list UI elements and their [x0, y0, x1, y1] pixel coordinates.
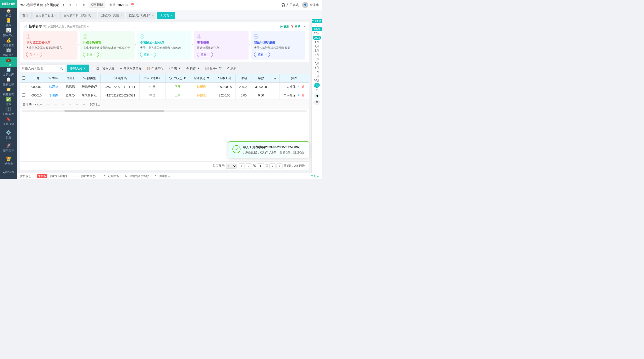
cell-apply: [270, 83, 279, 91]
step-5-btn[interactable]: 查看＞: [254, 52, 270, 57]
cell-id-num: 360782200104131111: [101, 83, 140, 91]
sidebar-item-archive[interactable]: 🗄️ 归档管理: [0, 107, 17, 116]
sidebar-item-home[interactable]: 🏠 首页: [0, 8, 17, 18]
search-input[interactable]: [22, 67, 60, 70]
ai-consult-btn[interactable]: 🎧 人工咨询: [281, 3, 299, 7]
next-page-btn[interactable]: ›: [269, 163, 275, 169]
newbie-guide-btn[interactable]: 📖 新手引导: [204, 65, 223, 72]
unpin-button[interactable]: ◀取消固定: [0, 167, 17, 177]
cell-name[interactable]: 李俊杰: [45, 91, 62, 100]
topbar: 刘小艳演示账套（勿删勿动！）1 ▼ ＋ ⚙ 切到旧版 账期 2023-11 📅 …: [17, 0, 322, 10]
invoice-icon: 🧾: [6, 67, 11, 72]
switch-version-button[interactable]: 切到旧版: [89, 2, 105, 8]
cal-month-3[interactable]: 3月: [312, 48, 322, 53]
guide-title-row: 📄 新手引导 5步快速完成设置，快去完善信息吧～ ▶ 视频 ❓ 帮助 ×: [23, 24, 305, 29]
sidebar-item-salary[interactable]: 💼 工资: [0, 57, 17, 67]
special-deduction-btn[interactable]: ＋ 专项附加扣除: [118, 65, 143, 72]
tab-depreciation[interactable]: 固定资产折旧统计表 ×: [60, 12, 97, 19]
page-number-input[interactable]: [257, 163, 264, 169]
cell-name[interactable]: 徐泽华: [45, 83, 62, 91]
sidebar-item-checkout[interactable]: ✅ 结账: [0, 97, 17, 107]
sidebar-item-reports[interactable]: 📊 报表中心: [0, 28, 17, 37]
sidebar-item-purchase[interactable]: 📋 进销台账: [0, 77, 17, 87]
cal-month-6[interactable]: 6月: [312, 61, 322, 66]
th-send-status: 报送状态 ▼: [190, 74, 213, 83]
sidebar-item-member[interactable]: 👑 畅会员: [0, 154, 17, 167]
action-edit-1[interactable]: ✎: [297, 85, 300, 88]
cal-action-1[interactable]: ◀: [314, 93, 320, 98]
cal-action-2[interactable]: ⊕: [314, 99, 320, 105]
tab-salary[interactable]: 工资表 ×: [157, 12, 175, 19]
row-2-checkbox[interactable]: [22, 93, 25, 97]
company-selector[interactable]: 刘小艳演示账套（勿删勿动！）1 ▼: [20, 3, 72, 7]
sidebar-item-guide[interactable]: 🚀 新手引导: [0, 141, 17, 154]
headset-icon: 🎧: [281, 3, 285, 7]
action-edit-2[interactable]: ✎: [297, 93, 300, 97]
add-company-button[interactable]: ＋: [74, 2, 79, 8]
cal-down-btn[interactable]: ▼: [312, 88, 322, 92]
cal-month-11-active[interactable]: 11月: [314, 83, 320, 88]
filter-icon-send[interactable]: ▼: [207, 76, 210, 80]
toast-close-btn[interactable]: ×: [304, 144, 306, 148]
help-btn[interactable]: ❓ 帮助: [291, 25, 300, 28]
tab-home[interactable]: 首页: [19, 12, 32, 19]
cal-month-12[interactable]: 12月: [312, 31, 322, 35]
prev-page-btn[interactable]: ‹: [246, 163, 252, 169]
scroll-thumb[interactable]: [64, 110, 164, 112]
step-4-btn[interactable]: 查看＞: [197, 52, 213, 57]
action-social-ins-1[interactable]: 个人社保: [284, 85, 296, 88]
tab-fixed-assets[interactable]: 固定资产管理 ×: [32, 12, 60, 19]
row-1-checkbox[interactable]: [22, 85, 25, 88]
tab-close-salary[interactable]: ×: [171, 14, 172, 17]
select-all-checkbox[interactable]: [22, 76, 25, 80]
export-btn[interactable]: ↑ 导出 ▼: [167, 65, 183, 72]
cal-month-10[interactable]: 10月: [312, 78, 322, 83]
sidebar-item-ledger[interactable]: 📒 总账: [0, 18, 17, 28]
refresh-btn[interactable]: ↺ 刷新: [225, 65, 238, 72]
action-social-ins-2[interactable]: 个人社保: [284, 93, 296, 97]
step-1-btn[interactable]: 导入＞: [26, 52, 42, 57]
step-2-btn[interactable]: 设置＞: [83, 52, 99, 57]
guide-close-btn[interactable]: ×: [303, 24, 305, 28]
renew-link[interactable]: 去充值: [311, 174, 319, 178]
sidebar-item-invoice[interactable]: 🧾 发票管理: [0, 67, 17, 77]
user-info[interactable]: 👤 徐泽华: [302, 2, 319, 8]
sidebar-item-finance[interactable]: 💰 资金管理: [0, 38, 17, 47]
tab-close-depreciation[interactable]: ×: [92, 14, 94, 17]
cal-month-9[interactable]: 9月: [312, 74, 322, 78]
page-size-dropdown[interactable]: 10 20 50: [226, 164, 237, 169]
tab-close-category[interactable]: ×: [120, 14, 122, 17]
step-3-btn[interactable]: 查看＞: [140, 52, 156, 57]
action-delete-2[interactable]: 🗑: [302, 93, 305, 97]
last-page-btn[interactable]: »: [276, 163, 283, 169]
cal-month-1[interactable]: 1月: [312, 40, 322, 44]
sidebar-item-expense[interactable]: 🔖 小畅报销: [0, 116, 17, 126]
sidebar-item-settings[interactable]: ⚙️ 设置: [0, 128, 17, 141]
cal-month-8[interactable]: 8月: [312, 70, 322, 74]
tab-close-fixed-assets[interactable]: ×: [55, 14, 57, 17]
add-employee-button[interactable]: 添加人员 ▼: [67, 65, 89, 72]
social-insurance-btn[interactable]: ☰ 统一社保设置: [91, 65, 116, 72]
tab-close-detail[interactable]: ×: [152, 14, 153, 17]
remain-auth-label: 当前剩余授权数：: [130, 174, 152, 178]
cal-up-btn[interactable]: ▲: [312, 23, 322, 27]
cal-month-year-badge: 2023: [313, 36, 321, 40]
tab-asset-category[interactable]: 固定资产类别 ×: [98, 12, 125, 19]
horizontal-scrollbar[interactable]: [22, 110, 307, 112]
operations-btn[interactable]: ⚙ 操作 ▼: [185, 65, 202, 72]
page-label-pre: 第: [253, 164, 256, 168]
action-delete-1[interactable]: 🗑: [302, 85, 305, 88]
cal-month-4[interactable]: 4月: [312, 53, 322, 57]
settings-button[interactable]: ⚙: [82, 3, 87, 8]
cal-month-5[interactable]: 5月: [312, 57, 322, 61]
sidebar-item-assets[interactable]: 🏢 固定资产: [0, 47, 17, 57]
cal-month-7[interactable]: 7月: [312, 66, 322, 70]
video-btn[interactable]: ▶ 视频: [280, 25, 289, 28]
calendar-icon[interactable]: 📅: [131, 3, 134, 7]
sidebar-item-tax[interactable]: 📁 税务管理: [0, 87, 17, 96]
tab-asset-detail[interactable]: 固定资产明细账 ×: [126, 12, 156, 19]
first-page-btn[interactable]: «: [239, 163, 245, 169]
cal-month-2[interactable]: 2月: [312, 44, 322, 48]
filter-icon-status[interactable]: ▼: [183, 76, 186, 80]
tax-report-btn[interactable]: 📋 个税申报: [145, 65, 165, 72]
